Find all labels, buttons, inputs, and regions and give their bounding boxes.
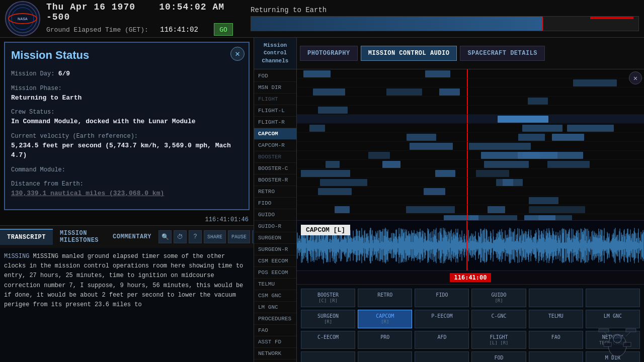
phase-label: Returning to Earth xyxy=(251,6,639,14)
search-button[interactable]: 🔍 xyxy=(158,230,172,243)
channel-item-flightr[interactable]: FLIGHT-R xyxy=(254,117,296,128)
tab-transcript[interactable]: TRANSCRIPT xyxy=(0,229,53,245)
track-row-12[interactable] xyxy=(297,178,644,187)
mission-status-close[interactable]: ✕ xyxy=(230,47,245,61)
history-button[interactable]: ⏱ xyxy=(174,230,187,243)
ctrl-btn-22 xyxy=(529,351,583,362)
waveform-close[interactable]: ✕ xyxy=(629,71,642,84)
track-row-8[interactable] xyxy=(297,142,644,151)
channel-item-surgeonr[interactable]: SURGEON-R xyxy=(254,244,296,255)
track-row-6[interactable] xyxy=(297,124,644,133)
tab-milestones[interactable]: MISSION MILESTONES xyxy=(53,226,106,248)
ctrl-btn-PRO[interactable]: PRO xyxy=(358,331,412,349)
time-badge: 116:41:02 xyxy=(590,16,633,19)
channel-item-fido[interactable]: FIDO xyxy=(254,198,296,209)
ctrl-btn-TELMU[interactable]: TELMU xyxy=(529,310,583,328)
status-value-phase: Returning to Earth xyxy=(11,93,243,103)
channel-item-asst[interactable]: ASST FD xyxy=(254,336,296,348)
pause-button[interactable]: PAUSE xyxy=(228,230,250,243)
ctrl-btn-CAPCOM[interactable]: CAPCOM[R] xyxy=(358,310,412,328)
channel-item-guido[interactable]: GUIDO xyxy=(254,209,296,221)
audio-area: FOD MSN DIR FLIGHT FLIGHT-L FLIGHT-R CAP… xyxy=(254,69,644,362)
transcript-content: M1SSING M1SSING manled ground elapsed ti… xyxy=(0,248,254,362)
status-item-cmdmod: Command Module: xyxy=(11,165,243,174)
channel-item-surgeon[interactable]: SURGEON xyxy=(254,232,296,244)
track-row-4[interactable] xyxy=(297,106,644,115)
track-row-15[interactable] xyxy=(297,205,644,214)
channel-item-boosterc[interactable]: BOOSTER-C xyxy=(254,163,296,174)
left-panel: Mission Status ✕ Mission Day: 6/9 Missio… xyxy=(0,38,254,362)
channel-item-lmgnc[interactable]: LM GNC xyxy=(254,302,296,313)
track-row-0[interactable] xyxy=(297,69,644,78)
ctrl-btn-C-GNC[interactable]: C-GNC xyxy=(471,310,526,328)
ctrl-btn-GUIDO[interactable]: GUIDO[R] xyxy=(471,289,526,307)
track-row-7[interactable] xyxy=(297,133,644,142)
channel-item-fod[interactable]: FOD xyxy=(254,70,296,82)
channel-item-booster[interactable]: BOOSTER xyxy=(254,151,296,163)
ctrl-btn-BOOSTER[interactable]: BOOSTER[C] [R] xyxy=(301,289,355,307)
channel-item-capcomr[interactable]: CAPCOM-R xyxy=(254,140,296,151)
channel-item-fao[interactable]: FAO xyxy=(254,325,296,336)
channel-item-telmu[interactable]: TELMU xyxy=(254,279,296,290)
track-row-2[interactable] xyxy=(297,87,644,97)
channel-list: FOD MSN DIR FLIGHT FLIGHT-L FLIGHT-R CAP… xyxy=(254,69,297,362)
waveform-tracks[interactable] xyxy=(297,69,644,220)
tab-spacecraft-details[interactable]: SPACECRAFT DETAILS xyxy=(460,46,545,61)
channel-item-poseecom[interactable]: POS EECOM xyxy=(254,267,296,279)
share-button[interactable]: SHARE xyxy=(204,230,226,243)
channel-item-msndir[interactable]: MSN DIR xyxy=(254,82,296,94)
status-item-distance: Distance from Earth: 130,339.1 nautical … xyxy=(11,179,243,199)
channel-item-retro[interactable]: RETRO xyxy=(254,186,296,198)
main-content: Mission Status ✕ Mission Day: 6/9 Missio… xyxy=(0,38,644,362)
timeline-bar[interactable]: 116:41:02 xyxy=(251,16,639,31)
ctrl-btn-SURGEON[interactable]: SURGEON[R] xyxy=(301,310,355,328)
channel-item-flight[interactable]: FLIGHT xyxy=(254,94,296,105)
ctrl-btn-FLIGHT[interactable]: FLIGHT[L] [R] xyxy=(471,331,526,349)
ctrl-btn-FIDO[interactable]: FIDO xyxy=(415,289,469,307)
status-label-velocity: Current velocity (Earth reference): xyxy=(11,132,243,141)
ctrl-btn-5 xyxy=(586,289,640,307)
channel-tabs-area: PHOTOGRAPHY MISSION CONTROL AUDIO SPACEC… xyxy=(297,38,644,69)
channel-item-procedures[interactable]: PROCEDURES xyxy=(254,313,296,325)
tab-mission-control-audio[interactable]: MISSION CONTROL AUDIO xyxy=(361,46,457,61)
ctrl-btn-LM GNC[interactable]: LM GNC xyxy=(586,310,640,328)
channel-item-network[interactable]: NETWORK xyxy=(254,348,296,359)
spacecraft-image xyxy=(595,326,640,362)
tab-photography[interactable]: PHOTOGRAPHY xyxy=(300,46,358,61)
track-row-3[interactable] xyxy=(297,97,644,106)
go-button[interactable]: GO xyxy=(214,23,233,36)
status-value-day: 6/9 xyxy=(58,70,70,77)
ctrl-btn-FAO[interactable]: FAO xyxy=(529,331,583,349)
svg-rect-10 xyxy=(599,329,609,332)
transcript-tabs: TRANSCRIPT MISSION MILESTONES COMMENTARY… xyxy=(0,225,254,248)
track-row-16[interactable] xyxy=(297,214,644,220)
help-button[interactable]: ? xyxy=(189,230,202,243)
track-row-13[interactable] xyxy=(297,187,644,196)
channel-item-boosterr[interactable]: BOOSTER-R xyxy=(254,174,296,186)
track-row-10[interactable] xyxy=(297,160,644,169)
track-row-5[interactable] xyxy=(297,115,644,124)
track-row-1[interactable] xyxy=(297,78,644,87)
channel-header: Mission Control Channels PHOTOGRAPHY MIS… xyxy=(254,38,644,69)
header-get: Ground Elapsed Time (GET): 116:41:02 GO xyxy=(46,23,240,36)
ctrl-btn-20 xyxy=(415,351,469,362)
ctrl-btn-P-EECOM[interactable]: P-EECOM xyxy=(415,310,469,328)
ctrl-btn-RETRO[interactable]: RETRO xyxy=(358,289,412,307)
status-item-day: Mission Day: 6/9 xyxy=(11,69,243,79)
track-row-9[interactable] xyxy=(297,151,644,160)
status-label-cmdmod: Command Module: xyxy=(11,165,243,174)
tab-commentary[interactable]: COMMENTARY xyxy=(106,229,158,244)
channel-item-csmgnc[interactable]: CSM GNC xyxy=(254,290,296,302)
ctrl-btn-C-EECOM[interactable]: C-EECOM xyxy=(301,331,355,349)
channel-item-guidoor[interactable]: GUIDO-R xyxy=(254,221,296,232)
capcom-selected-label: CAPCOM [L] xyxy=(301,225,350,235)
channel-item-csmeecom[interactable]: CSM EECOM xyxy=(254,255,296,267)
track-row-11[interactable] xyxy=(297,169,644,178)
status-item-crew: Crew Status: In Command Module, docked w… xyxy=(11,108,243,127)
get-label: Ground Elapsed Time (GET): xyxy=(46,26,148,34)
ctrl-btn-AFD[interactable]: AFD xyxy=(415,331,469,349)
track-row-14[interactable] xyxy=(297,196,644,205)
channel-item-flightl[interactable]: FLIGHT-L xyxy=(254,105,296,117)
ctrl-btn-FOD[interactable]: FOD xyxy=(471,351,526,362)
channel-item-capcom[interactable]: CAPCOM xyxy=(254,128,296,140)
